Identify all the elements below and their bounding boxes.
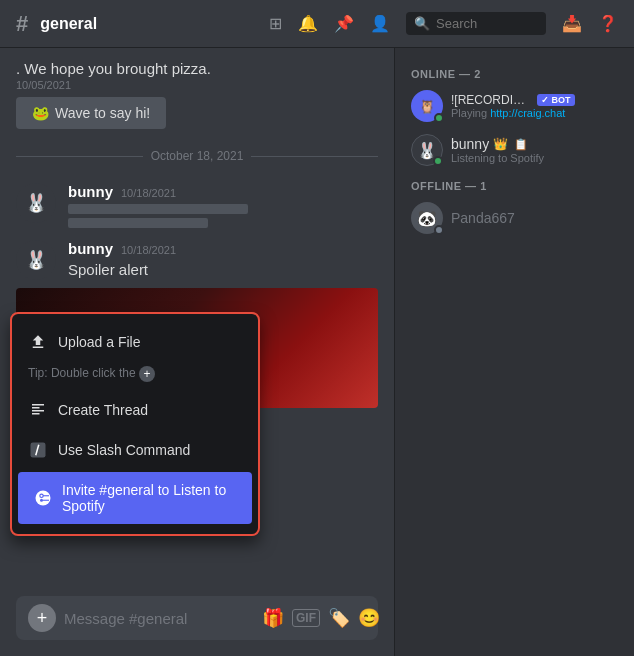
pin-icon[interactable]: 📌 (334, 14, 354, 33)
crown-icon: 👑 (493, 137, 508, 151)
online-status-dot (434, 113, 444, 123)
table-row: 🐰 bunny 10/18/2021 Spoiler alert (0, 236, 394, 284)
channel-name: general (40, 15, 97, 33)
avatar: 🐰 (16, 183, 56, 223)
gif-icon[interactable]: GIF (292, 609, 320, 627)
avatar-emoji-2: 🐰 (25, 249, 47, 271)
invite-spotify-item[interactable]: Invite #general to Listen to Spotify (18, 472, 252, 524)
offline-status-dot (434, 225, 444, 235)
message-text: Spoiler alert (68, 259, 378, 280)
upload-label: Upload a File (58, 334, 141, 350)
thread-icon (28, 400, 48, 420)
message-line-2 (68, 218, 208, 228)
list-item[interactable]: 🐼 Panda667 (395, 196, 634, 240)
message-input-bar: + 🎁 GIF 🏷️ 😊 (16, 596, 378, 640)
message-header: bunny 10/18/2021 (68, 183, 378, 200)
svg-point-3 (40, 495, 42, 497)
plus-circle-icon: + (139, 366, 155, 382)
avatar: 🐰 (411, 134, 443, 166)
message-line-1 (68, 204, 248, 214)
user-info-panda: Panda667 (451, 210, 618, 226)
search-bar[interactable]: 🔍 (406, 12, 546, 35)
list-item[interactable]: 🐰 bunny 👑 📋 Listening to Spotify (395, 128, 634, 172)
date-divider: October 18, 2021 (0, 141, 394, 171)
date-divider-text: October 18, 2021 (151, 149, 244, 163)
sticker-icon[interactable]: 🏷️ (328, 607, 350, 629)
slash-command-item[interactable]: Use Slash Command (12, 430, 258, 470)
title-bar: # general ⊞ 🔔 📌 👤 🔍 📥 ❓ (0, 0, 634, 48)
add-attachment-button[interactable]: + (28, 604, 56, 632)
search-input[interactable] (436, 16, 538, 31)
slash-command-label: Use Slash Command (58, 442, 190, 458)
username-panda: Panda667 (451, 210, 618, 226)
online-section-title: ONLINE — 2 (395, 60, 634, 84)
username-bunny: bunny 👑 📋 (451, 136, 618, 152)
search-icon: 🔍 (414, 16, 430, 31)
avatar-emoji: 🐰 (25, 192, 47, 214)
main-layout: . We hope you brought pizza. 10/05/2021 … (0, 48, 634, 656)
emoji-icon[interactable]: 😊 (358, 607, 380, 629)
message-input[interactable] (64, 610, 254, 627)
pizza-timestamp: 10/05/2021 (16, 79, 378, 91)
username-2: bunny (68, 240, 113, 257)
online-status-dot-2 (433, 156, 443, 166)
input-icons: 🎁 GIF 🏷️ 😊 (262, 607, 380, 629)
user-info: ![RECORDING] ... ✓ BOT Playing http://cr… (451, 93, 618, 119)
chat-area: . We hope you brought pizza. 10/05/2021 … (0, 48, 394, 656)
user-status-bunny: Listening to Spotify (451, 152, 618, 164)
gift-icon[interactable]: 🎁 (262, 607, 284, 629)
create-thread-item[interactable]: Create Thread (12, 390, 258, 430)
user-info-bunny: bunny 👑 📋 Listening to Spotify (451, 136, 618, 164)
offline-section-title: OFFLINE — 1 (395, 172, 634, 196)
bell-icon[interactable]: 🔔 (298, 14, 318, 33)
sidebar: ONLINE — 2 🦉 ![RECORDING] ... ✓ BOT Play… (394, 48, 634, 656)
help-icon[interactable]: ❓ (598, 14, 618, 33)
tip-text: Tip: Double click the (28, 366, 136, 380)
popup-tip: Tip: Double click the + (12, 362, 258, 390)
svg-point-1 (36, 491, 51, 506)
avatar: 🦉 (411, 90, 443, 122)
wave-label: Wave to say hi! (55, 105, 150, 121)
threads-icon[interactable]: ⊞ (269, 14, 282, 33)
messages-list: . We hope you brought pizza. 10/05/2021 … (0, 48, 394, 596)
avatar: 🐰 (16, 240, 56, 280)
username: bunny (68, 183, 113, 200)
list-item[interactable]: 🦉 ![RECORDING] ... ✓ BOT Playing http://… (395, 84, 634, 128)
wave-emoji: 🐸 (32, 105, 49, 121)
message-header-2: bunny 10/18/2021 (68, 240, 378, 257)
upload-icon (28, 332, 48, 352)
message-time-2: 10/18/2021 (121, 244, 176, 256)
upload-file-item[interactable]: Upload a File (12, 322, 258, 362)
message-time: 10/18/2021 (121, 187, 176, 199)
members-icon[interactable]: 👤 (370, 14, 390, 33)
avatar: 🐼 (411, 202, 443, 234)
bot-badge: ✓ BOT (537, 94, 575, 106)
invite-spotify-label: Invite #general to Listen to Spotify (62, 482, 236, 514)
wave-button[interactable]: 🐸 Wave to say hi! (16, 97, 166, 129)
create-thread-label: Create Thread (58, 402, 148, 418)
message-content-2: bunny 10/18/2021 Spoiler alert (68, 240, 378, 280)
slash-icon (28, 440, 48, 460)
popup-menu: Upload a File Tip: Double click the + Cr… (10, 312, 260, 536)
pizza-message: . We hope you brought pizza. 10/05/2021 … (0, 56, 394, 133)
svg-point-4 (40, 499, 43, 502)
channel-hash-icon: # (16, 11, 28, 37)
message-input-area: + 🎁 GIF 🏷️ 😊 (0, 596, 394, 656)
table-row: 🐰 bunny 10/18/2021 (0, 179, 394, 236)
pizza-text: . We hope you brought pizza. (16, 60, 211, 77)
username-recording: ![RECORDING] ... ✓ BOT (451, 93, 618, 107)
message-content: bunny 10/18/2021 (68, 183, 378, 232)
user-status-recording: Playing http://craig.chat (451, 107, 618, 119)
inbox-icon[interactable]: 📥 (562, 14, 582, 33)
spotify-icon (34, 488, 52, 508)
title-icons: ⊞ 🔔 📌 👤 🔍 📥 ❓ (269, 12, 618, 35)
